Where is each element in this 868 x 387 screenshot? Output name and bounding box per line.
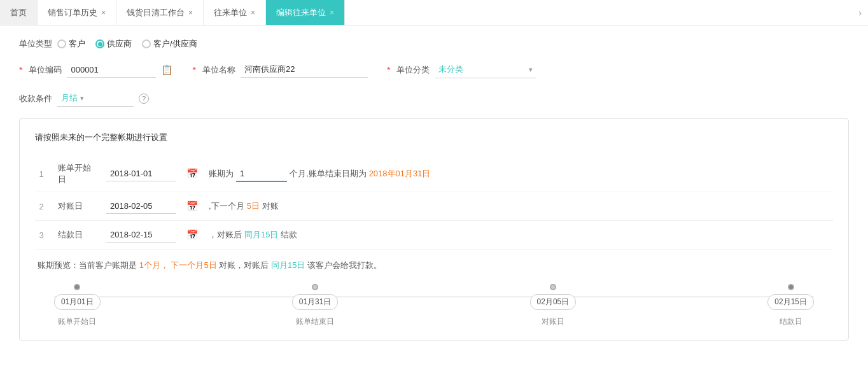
unit-category-value: 未分类 <box>438 64 526 75</box>
row-1-highlight: 2018年01月31日 <box>369 168 431 179</box>
start-date-input[interactable] <box>106 166 176 181</box>
timeline-dot-1 <box>74 284 80 290</box>
period-setting-section: 请按照未来的一个完整帐期进行设置 1 账单开始日 📅 账期为 个月,账单结束日期… <box>19 118 849 341</box>
unit-type-row: 单位类型 客户 供应商 客户/供应商 <box>19 38 849 50</box>
timeline-point-3: 02月05日 对账日 <box>530 284 577 327</box>
row-2-suffix: 对账 <box>262 201 279 212</box>
row-num-2: 2 <box>35 202 48 211</box>
radio-supplier[interactable]: 供应商 <box>95 38 132 50</box>
radio-customer[interactable]: 客户 <box>57 38 85 50</box>
timeline-point-4: 02月15日 结款日 <box>767 284 814 327</box>
calendar-icon-2[interactable]: 📅 <box>186 201 199 212</box>
timeline-point-2: 01月31日 账单结束日 <box>292 284 339 327</box>
tab-partner-unit-label: 往来单位 <box>214 7 247 18</box>
radio-supplier-label: 供应商 <box>107 38 132 50</box>
tab-cash-work-label: 钱货日清工作台 <box>127 7 185 18</box>
unit-type-label: 单位类型 <box>19 38 52 50</box>
radio-supplier-circle <box>95 39 104 48</box>
payment-condition-value: 月结 <box>61 92 78 104</box>
tab-sales-order-history[interactable]: 销售订单历史 × <box>38 0 116 25</box>
preview-p1: 1个月， <box>139 260 169 270</box>
tab-bar: 首页 销售订单历史 × 钱货日清工作台 × 往来单位 × 编辑往来单位 × › <box>0 0 868 25</box>
row-label-2: 对账日 <box>58 201 96 212</box>
timeline-date-1: 01月01日 <box>54 294 101 310</box>
tab-partner-unit[interactable]: 往来单位 × <box>204 0 266 25</box>
recon-date-input[interactable] <box>106 199 176 214</box>
row-3-suffix: 结款 <box>281 229 297 241</box>
tab-sales-order-history-label: 销售订单历史 <box>48 7 97 18</box>
radio-customer-circle <box>57 39 66 48</box>
radio-customer-supplier-label: 客户/供应商 <box>153 38 197 50</box>
preview-mid: 对账，对账后 <box>219 260 269 270</box>
preview-p2: 下一个月5日 <box>171 260 216 270</box>
chevron-down-icon: ▾ <box>529 66 533 74</box>
main-content: 单位类型 客户 供应商 客户/供应商 * 单位编码 <box>0 25 868 387</box>
section-title: 请按照未来的一个完整帐期进行设置 <box>35 132 833 143</box>
timeline-label-1: 账单开始日 <box>58 316 96 327</box>
calendar-icon-3[interactable]: 📅 <box>186 229 199 241</box>
row-3-desc: ，对账后 同月15日 结款 <box>209 229 297 241</box>
row-3-prefix: ，对账后 <box>209 229 242 241</box>
timeline-dot-4 <box>788 284 794 290</box>
period-input[interactable] <box>236 166 287 182</box>
timeline-point-1: 01月01日 账单开始日 <box>54 284 101 327</box>
row-2-highlight: 5日 <box>247 201 260 212</box>
unit-name-input[interactable] <box>241 62 368 78</box>
timeline-date-4: 02月15日 <box>767 294 814 310</box>
config-row-1: 1 账单开始日 📅 账期为 个月,账单结束日期为 2018年01月31日 <box>35 156 833 192</box>
close-icon[interactable]: × <box>188 9 193 17</box>
tab-edit-partner-label: 编辑往来单位 <box>276 7 326 18</box>
unit-type-field: 单位类型 客户 供应商 客户/供应商 <box>19 38 197 50</box>
unit-code-field: * 单位编码 📋 <box>19 62 173 78</box>
row-3-highlight: 同月15日 <box>244 229 278 241</box>
unit-category-label: 单位分类 <box>396 64 430 76</box>
row-1-desc: 账期为 个月,账单结束日期为 2018年01月31日 <box>209 166 430 182</box>
row-num-1: 1 <box>35 169 48 179</box>
timeline-dot-2 <box>312 284 318 290</box>
unit-category-required: * <box>387 65 390 75</box>
timeline-date-3: 02月05日 <box>530 294 577 310</box>
unit-code-input[interactable] <box>67 62 156 78</box>
preview-p3: 同月15日 <box>271 260 305 270</box>
row-label-1: 账单开始日 <box>58 162 96 185</box>
unit-category-field: * 单位分类 未分类 ▾ <box>387 61 536 78</box>
tab-cash-work[interactable]: 钱货日清工作台 × <box>116 0 204 25</box>
timeline-container: 01月01日 账单开始日 01月31日 账单结束日 02月05日 对账日 <box>35 284 833 327</box>
close-icon[interactable]: × <box>330 9 334 17</box>
close-icon[interactable]: × <box>251 9 255 17</box>
chevron-right-icon: › <box>858 8 862 18</box>
calendar-icon-1[interactable]: 📅 <box>186 168 199 179</box>
timeline-label-4: 结款日 <box>780 316 802 327</box>
unit-name-label: 单位名称 <box>202 64 235 76</box>
timeline-dot-3 <box>550 284 556 290</box>
tab-expand-button[interactable]: › <box>852 0 868 25</box>
row-2-prefix: ,下一个月 <box>209 201 244 212</box>
radio-customer-supplier[interactable]: 客户/供应商 <box>142 38 197 50</box>
unit-name-field: * 单位名称 <box>192 62 367 78</box>
close-icon[interactable]: × <box>101 9 106 17</box>
unit-category-select[interactable]: 未分类 ▾ <box>435 61 536 78</box>
help-icon[interactable]: ? <box>139 94 149 104</box>
row-num-3: 3 <box>35 230 48 240</box>
timeline-date-2: 01月31日 <box>292 294 339 310</box>
payment-condition-row: 收款条件 月结 ▾ ? <box>19 90 849 107</box>
copy-icon[interactable]: 📋 <box>161 64 173 76</box>
config-row-3: 3 结款日 📅 ，对账后 同月15日 结款 <box>35 221 833 250</box>
settlement-date-input[interactable] <box>106 227 176 243</box>
row-2-desc: ,下一个月 5日 对账 <box>209 201 279 212</box>
tab-edit-partner[interactable]: 编辑往来单位 × <box>266 0 345 25</box>
unit-type-radio-group: 客户 供应商 客户/供应商 <box>57 38 197 50</box>
timeline-label-2: 账单结束日 <box>296 316 334 327</box>
preview-label: 账期预览：当前客户账期是 <box>38 260 137 270</box>
radio-customer-supplier-circle <box>142 39 151 48</box>
payment-condition-select[interactable]: 月结 ▾ <box>57 90 134 107</box>
tab-home-label: 首页 <box>10 7 27 18</box>
row-1-suffix: 个月,账单结束日期为 <box>290 168 367 179</box>
timeline-points: 01月01日 账单开始日 01月31日 账单结束日 02月05日 对账日 <box>54 284 814 327</box>
tab-home[interactable]: 首页 <box>0 0 38 25</box>
preview-end: 该客户会给我打款。 <box>307 260 382 270</box>
unit-info-row: * 单位编码 📋 * 单位名称 * 单位分类 未分类 ▾ <box>19 61 849 78</box>
payment-condition-field: 收款条件 月结 ▾ ? <box>19 90 149 107</box>
unit-code-required: * <box>19 65 22 75</box>
radio-customer-label: 客户 <box>69 38 85 50</box>
